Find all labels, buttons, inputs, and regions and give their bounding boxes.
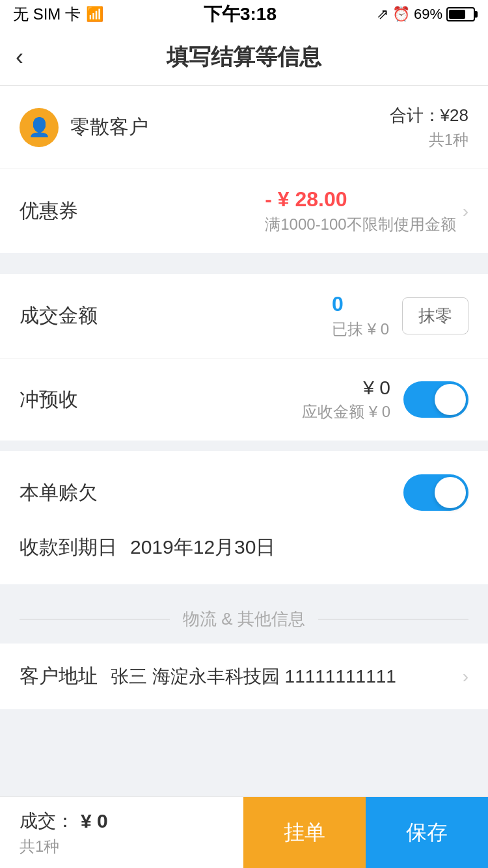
time-label: 下午3:18 (204, 2, 277, 27)
coupon-info: - ¥ 28.00 满1000-100不限制使用金额 (265, 187, 455, 235)
avatar: 👤 (20, 108, 59, 147)
address-value: 张三 海淀永丰科技园 11111111111 (111, 664, 450, 689)
debt-label: 本单赊欠 (20, 480, 98, 506)
due-date-label: 收款到期日 (20, 534, 117, 561)
prepayment-values: ¥ 0 应收金额 ¥ 0 (302, 377, 390, 422)
address-label: 客户地址 (20, 663, 98, 690)
customer-name: 零散客户 (70, 114, 148, 141)
section-divider-1 (0, 264, 488, 274)
nav-bar: ‹ 填写结算等信息 (0, 29, 488, 86)
carrier-label: 无 SIM 卡 (13, 4, 81, 25)
location-icon: ⇗ (377, 6, 388, 23)
section-divider-2 (0, 441, 488, 451)
deal-prefix-label: 成交： (20, 809, 74, 834)
prepayment-toggle[interactable] (403, 381, 468, 418)
address-chevron-icon: › (463, 666, 468, 687)
alarm-icon: ⏰ (392, 6, 410, 23)
amount-value: 0 (332, 292, 389, 316)
status-right: ⇗ ⏰ 69% (377, 6, 475, 23)
address-row[interactable]: 客户地址 张三 海淀永丰科技园 11111111111 › (0, 644, 488, 709)
customer-section: 👤 零散客户 合计：¥28 共1种 优惠券 - ¥ 28.00 满1000-10… (0, 86, 488, 253)
debt-row: 本单赊欠 (0, 451, 488, 534)
hang-order-button[interactable]: 挂单 (243, 797, 366, 869)
coupon-right: - ¥ 28.00 满1000-100不限制使用金额 › (265, 187, 468, 235)
bottom-deal: 成交： ¥ 0 (20, 809, 224, 834)
debt-toggle-knob (435, 477, 466, 508)
due-date-value: 2019年12月30日 (130, 534, 275, 561)
prepayment-amount: ¥ 0 (302, 377, 390, 399)
prepayment-right: ¥ 0 应收金额 ¥ 0 (302, 377, 468, 422)
coupon-description: 满1000-100不限制使用金额 (265, 214, 455, 235)
coupon-discount: - ¥ 28.00 (265, 187, 455, 211)
logistics-label: 物流 & 其他信息 (183, 608, 305, 631)
battery-label: 69% (414, 6, 442, 23)
amount-info: 0 已抹 ¥ 0 (332, 292, 389, 340)
battery-icon (446, 7, 475, 21)
bottom-count: 共1种 (20, 836, 224, 857)
save-button[interactable]: 保存 (366, 797, 488, 869)
wifi-icon: 📶 (86, 6, 103, 23)
due-date-row: 收款到期日 2019年12月30日 (0, 534, 488, 584)
status-left: 无 SIM 卡 📶 (13, 4, 103, 25)
amount-right: 0 已抹 ¥ 0 抹零 (332, 292, 468, 340)
transaction-section: 成交金额 0 已抹 ¥ 0 抹零 冲预收 ¥ 0 应收金额 ¥ 0 (0, 274, 488, 441)
divider-line-left (20, 619, 170, 619)
prepayment-sub: 应收金额 ¥ 0 (302, 401, 390, 422)
prepayment-row: 冲预收 ¥ 0 应收金额 ¥ 0 (0, 358, 488, 441)
chevron-right-icon: › (463, 201, 468, 222)
debt-section: 本单赊欠 收款到期日 2019年12月30日 (0, 451, 488, 584)
coupon-label: 优惠券 (20, 198, 78, 224)
status-bar: 无 SIM 卡 📶 下午3:18 ⇗ ⏰ 69% (0, 0, 488, 29)
amount-row: 成交金额 0 已抹 ¥ 0 抹零 (0, 274, 488, 358)
prepayment-label: 冲预收 (20, 387, 78, 413)
total-count: 共1种 (390, 129, 468, 150)
amount-label: 成交金额 (20, 303, 98, 329)
customer-total: 合计：¥28 共1种 (390, 104, 468, 150)
back-button[interactable]: ‹ (16, 44, 23, 71)
round-button[interactable]: 抹零 (402, 297, 468, 334)
customer-info: 👤 零散客户 (20, 108, 148, 147)
logistics-divider: 物流 & 其他信息 (0, 595, 488, 644)
divider-line-right (318, 619, 468, 619)
bottom-summary: 成交： ¥ 0 共1种 (0, 809, 243, 857)
amount-sub: 已抹 ¥ 0 (332, 319, 389, 340)
deal-amount: ¥ 0 (81, 810, 108, 832)
debt-toggle[interactable] (403, 474, 468, 511)
page-title: 填写结算等信息 (167, 42, 321, 72)
total-label: 合计：¥28 (390, 104, 468, 127)
toggle-knob (435, 384, 466, 415)
customer-row: 👤 零散客户 合计：¥28 共1种 (0, 86, 488, 169)
coupon-row[interactable]: 优惠券 - ¥ 28.00 满1000-100不限制使用金额 › (0, 169, 488, 253)
bottom-bar: 成交： ¥ 0 共1种 挂单 保存 (0, 796, 488, 868)
